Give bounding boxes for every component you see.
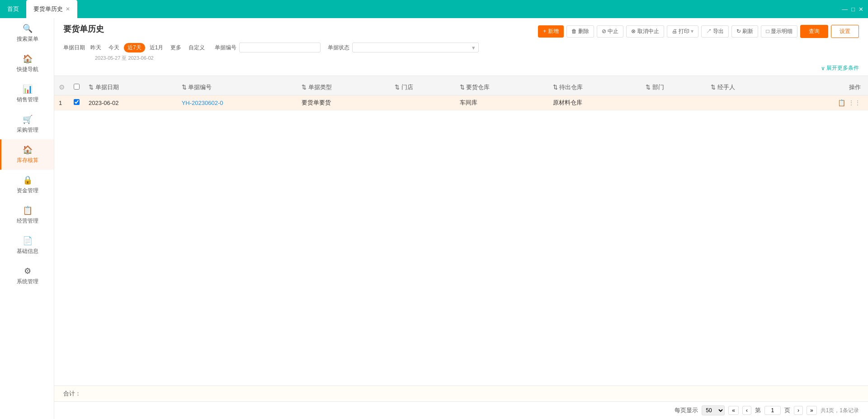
date-btn-yesterday[interactable]: 昨天: [88, 43, 104, 52]
maximize-icon[interactable]: □: [851, 6, 855, 13]
col-date: ⇅ 单据日期: [84, 80, 177, 95]
row-edit-icon[interactable]: 📋: [838, 99, 845, 106]
next-page-button[interactable]: ›: [794, 406, 803, 415]
top-bar: 首页 要货单历史 ✕ — □ ✕: [0, 0, 868, 18]
date-btn-last7[interactable]: 近7天: [124, 43, 145, 52]
col-action: 操作: [785, 80, 868, 95]
row-department: [641, 95, 706, 110]
refresh-button[interactable]: ↻ 刷新: [731, 25, 758, 38]
status-input[interactable]: [352, 43, 479, 52]
sidebar-item-ops-mgmt[interactable]: 📋 经营管理: [0, 200, 54, 230]
data-table: ⚙ ⇅ 单据日期 ⇅ 单据编号 ⇅ 单据类型: [54, 80, 868, 110]
finance-mgmt-icon: 🔒: [23, 175, 33, 185]
bill-no-label: 单据编号: [215, 44, 236, 52]
table-header-row: ⚙ ⇅ 单据日期 ⇅ 单据编号 ⇅ 单据类型: [54, 80, 868, 95]
sidebar-item-quick-nav[interactable]: 🏠 快捷导航: [0, 48, 54, 79]
sidebar-item-inventory-label: 库存核算: [17, 157, 38, 164]
sidebar-item-finance-mgmt[interactable]: 🔒 资金管理: [0, 170, 54, 200]
row-checkbox: [69, 95, 84, 110]
tab-purchase-history[interactable]: 要货单历史 ✕: [26, 0, 77, 18]
row-actions: 📋 ⋮⋮: [785, 95, 868, 110]
cancel-stop-button[interactable]: ⊗ 取消中止: [626, 25, 664, 38]
delete-button[interactable]: 🗑 删除: [566, 25, 594, 38]
col-bill-no: ⇅ 单据编号: [177, 80, 297, 95]
column-settings-icon[interactable]: ⚙: [59, 83, 65, 91]
toolbar: + 新增 🗑 删除 ⊘ 中止 ⊗ 取消中止 🖨 查询 打印 ▾ ↗ 导出 ↻ 刷…: [538, 25, 859, 38]
query-button[interactable]: 查询: [800, 25, 828, 38]
page-title: 要货单历史: [63, 24, 104, 34]
sidebar-item-basic-info-label: 基础信息: [17, 248, 38, 255]
col-settings: ⚙: [54, 80, 69, 95]
tab-purchase-history-label: 要货单历史: [33, 5, 63, 13]
first-page-button[interactable]: «: [728, 406, 739, 415]
sidebar-item-quick-nav-label: 快捷导航: [17, 66, 38, 73]
table-row: 1 2023-06-02 YH-20230602-0 要货单要货 车间库 原材料…: [54, 95, 868, 110]
bill-no-input[interactable]: [239, 43, 321, 52]
sidebar-item-purchase-mgmt[interactable]: 🛒 采购管理: [0, 109, 54, 139]
tab-home[interactable]: 首页: [0, 0, 26, 18]
print-icon: 🖨: [672, 28, 677, 34]
sidebar-item-sales-mgmt[interactable]: 📊 销售管理: [0, 79, 54, 109]
date-filter-group: 单据日期 昨天 今天 近7天 近1月 更多 自定义: [63, 43, 208, 52]
export-button[interactable]: ↗ 导出: [701, 25, 729, 38]
minimize-icon[interactable]: —: [842, 6, 848, 13]
col-bill-type: ⇅ 单据类型: [297, 80, 390, 95]
page-size-select[interactable]: 50 10 20 100: [702, 405, 725, 415]
page-suffix: 页: [784, 406, 790, 414]
new-button[interactable]: + 新增: [538, 25, 563, 38]
sidebar-item-purchase-mgmt-label: 采购管理: [17, 126, 38, 134]
sidebar-item-search-menu[interactable]: 🔍 搜索菜单: [0, 18, 54, 48]
date-btn-custom[interactable]: 自定义: [186, 43, 208, 52]
sidebar-item-system-mgmt-label: 系统管理: [17, 278, 38, 286]
purchase-mgmt-icon: 🛒: [23, 114, 33, 124]
inventory-icon: 🏠: [23, 145, 33, 155]
col-handler: ⇅ 经手人: [706, 80, 785, 95]
main-layout: 🔍 搜索菜单 🏠 快捷导航 📊 销售管理 🛒 采购管理 🏠 库存核算 🔒 资金管…: [0, 18, 868, 419]
bill-no-link[interactable]: YH-20230602-0: [182, 100, 223, 106]
date-filter-label: 单据日期: [63, 44, 85, 52]
sidebar-item-inventory[interactable]: 🏠 库存核算: [0, 139, 54, 170]
close-tab-icon[interactable]: ✕: [66, 6, 70, 12]
date-btn-today[interactable]: 今天: [106, 43, 122, 52]
page-header: 要货单历史 + 新增 🗑 删除 ⊘ 中止 ⊗ 取消中止 🖨 查询 打印 ▾ ↗ …: [54, 18, 868, 76]
page-number-input[interactable]: [764, 406, 781, 415]
sidebar-item-ops-mgmt-label: 经营管理: [17, 217, 38, 225]
col-pending-warehouse: ⇅ 待出仓库: [548, 80, 642, 95]
settings-button[interactable]: 设置: [831, 25, 859, 38]
display-detail-button[interactable]: □ 显示明细: [761, 25, 797, 38]
date-btn-more[interactable]: 更多: [168, 43, 184, 52]
expand-filter-btn[interactable]: ∨ 展开更多条件: [821, 64, 859, 72]
expand-label: 展开更多条件: [826, 64, 859, 72]
col-handler-label: ⇅ 经手人: [711, 84, 735, 90]
sidebar-item-system-mgmt[interactable]: ⚙ 系统管理: [0, 261, 54, 291]
date-btn-last1month[interactable]: 近1月: [147, 43, 166, 52]
col-store-label: ⇅ 门店: [395, 84, 413, 90]
status-filter-group: 单据状态 ▾: [328, 43, 479, 52]
row-bill-no[interactable]: YH-20230602-0: [177, 95, 297, 110]
row-bill-type: 要货单要货: [297, 95, 390, 110]
row-pending-warehouse: 原材料仓库: [548, 95, 642, 110]
col-store: ⇅ 门店: [390, 80, 455, 95]
row-more-icon[interactable]: ⋮⋮: [848, 99, 861, 106]
row-select-checkbox[interactable]: [74, 99, 80, 105]
print-button[interactable]: 🖨 查询 打印 ▾: [667, 25, 698, 38]
bill-no-filter-group: 单据编号: [215, 43, 321, 52]
last-page-button[interactable]: »: [807, 406, 817, 415]
col-department-label: ⇅ 部门: [646, 84, 664, 90]
col-bill-no-label: ⇅ 单据编号: [182, 84, 212, 90]
sidebar-item-sales-mgmt-label: 销售管理: [17, 96, 38, 104]
sum-label: 合计：: [63, 390, 81, 398]
basic-info-icon: 📄: [23, 236, 33, 246]
col-req-warehouse-label: ⇅ 要货仓库: [460, 84, 490, 90]
close-window-icon[interactable]: ✕: [859, 6, 863, 13]
date-range-text: 2023-05-27 至 2023-06-02: [95, 55, 154, 61]
select-all-checkbox[interactable]: [74, 84, 80, 90]
date-range-buttons: 昨天 今天 近7天 近1月 更多 自定义: [88, 43, 208, 52]
prev-page-button[interactable]: ‹: [742, 406, 751, 415]
table-area: ⚙ ⇅ 单据日期 ⇅ 单据编号 ⇅ 单据类型: [54, 80, 868, 386]
stop-button[interactable]: ⊘ 中止: [597, 25, 623, 38]
sidebar-item-basic-info[interactable]: 📄 基础信息: [0, 230, 54, 261]
date-range-display: 2023-05-27 至 2023-06-02: [63, 54, 859, 62]
tab-home-label: 首页: [7, 5, 19, 13]
expand-row: ∨ 展开更多条件: [63, 64, 859, 72]
